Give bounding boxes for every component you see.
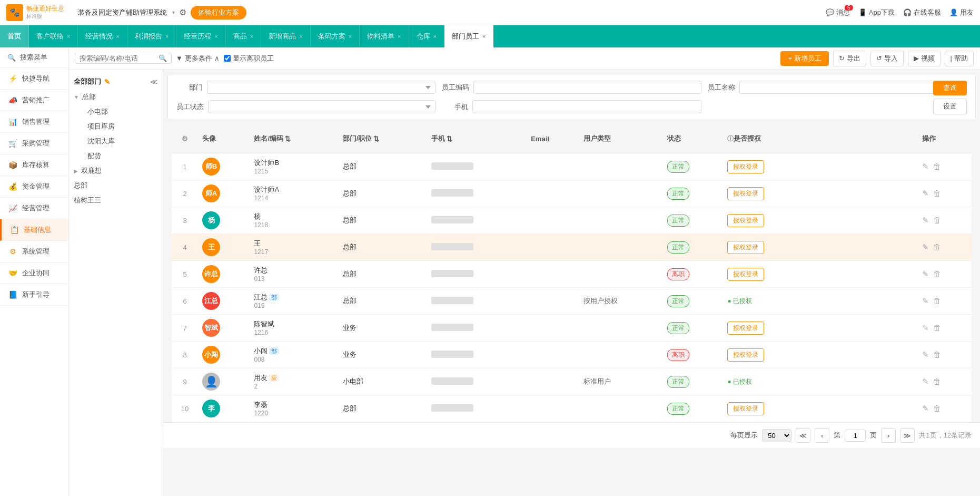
tab-home[interactable]: 首页 [0,25,29,47]
tab-add-goods[interactable]: 新增商品 × [261,25,310,47]
th-dept[interactable]: 部门/职位 ⇅ [339,124,427,153]
reset-button[interactable]: 设置 [933,99,967,114]
sidebar-item-sales[interactable]: 📊 销售管理 [0,111,68,133]
export-button[interactable]: ↻ 导出 [833,51,866,66]
edit-icon[interactable]: ✎ [922,404,929,413]
tree-item-zonbu2[interactable]: 总部 [68,178,163,193]
tab-dept-staff[interactable]: 部门员工 × [444,25,493,47]
delete-icon[interactable]: 🗑 [933,162,941,171]
delete-icon[interactable]: 🗑 [933,216,941,225]
sidebar-item-system[interactable]: ⚙ 系统管理 [0,241,68,262]
tab-profit[interactable]: 利润报告 × [127,25,176,47]
dept-collapse-icon[interactable]: ≪ [150,78,157,86]
tab-customer[interactable]: 客户联络 × [29,25,78,47]
tree-item-zhishu[interactable]: 植树王三 [68,193,163,208]
edit-icon[interactable]: ✎ [922,350,929,359]
tab-goods[interactable]: 商品 × [226,25,261,47]
tab-goods-close[interactable]: × [250,33,253,40]
view-button[interactable]: ▶ 视频 [908,51,941,66]
delete-icon[interactable]: 🗑 [933,269,941,279]
show-resigned-checkbox[interactable] [224,55,231,62]
sidebar-search[interactable]: 🔍 搜索菜单 [0,47,68,68]
sidebar-item-finance[interactable]: 💰 资金管理 [0,176,68,198]
search-input[interactable] [80,54,159,62]
th-name[interactable]: 姓名/编码 ⇅ [250,124,338,153]
sidebar-item-operations[interactable]: 📈 经营管理 [0,198,68,219]
sys-title-arrow[interactable]: ▾ [172,9,175,15]
th-setting[interactable]: ⚙ [172,124,198,153]
next-page-button[interactable]: › [881,428,896,443]
tab-bom-close[interactable]: × [398,33,401,40]
trial-button[interactable]: 体验行业方案 [191,6,246,20]
show-resigned-label[interactable]: 显示离职员工 [224,54,274,63]
tree-subitem-shenyang[interactable]: 沈阳大库 [68,134,163,149]
auth-button[interactable]: 授权登录 [727,241,764,254]
auth-button[interactable]: 授权登录 [727,187,764,200]
delete-icon[interactable]: 🗑 [933,377,941,386]
add-employee-button[interactable]: + 新增员工 [780,51,828,66]
page-input[interactable] [845,430,866,442]
delete-icon[interactable]: 🗑 [933,323,941,333]
sidebar-item-shortcut[interactable]: ⚡ 快捷导航 [0,68,68,90]
edit-icon[interactable]: ✎ [922,216,929,225]
tab-warehouse[interactable]: 仓库 × [409,25,444,47]
prev-page-button[interactable]: ‹ [815,428,829,443]
auth-button[interactable]: 授权登录 [727,160,764,173]
delete-icon[interactable]: 🗑 [933,189,941,198]
delete-icon[interactable]: 🗑 [933,350,941,359]
online-service-button[interactable]: 🎧 在线客服 [903,8,941,17]
phone-input[interactable] [472,100,701,113]
query-button[interactable]: 查询 [933,81,967,95]
sidebar-item-inventory[interactable]: 📦 库存核算 [0,154,68,176]
tree-subitem-peihuo[interactable]: 配货 [68,149,163,163]
app-download-button[interactable]: 📱 App下载 [858,8,895,17]
tab-barcode[interactable]: 条码方案 × [311,25,360,47]
setting-col-icon[interactable]: ⚙ [176,130,194,148]
delete-icon[interactable]: 🗑 [933,296,941,306]
emp-code-input[interactable] [473,81,701,94]
gear-button[interactable]: ⚙ [179,7,186,17]
tab-dept-staff-close[interactable]: × [482,33,486,40]
tab-profit-close[interactable]: × [165,33,169,40]
tree-item-zonbu[interactable]: ▼ 总部 [68,90,163,104]
tab-operations-close[interactable]: × [116,33,119,40]
sidebar-item-basic[interactable]: 📋 基础信息 [0,219,68,241]
last-page-button[interactable]: ≫ [900,428,915,443]
edit-icon[interactable]: ✎ [922,269,929,279]
page-size-select[interactable]: 50 20 100 [762,429,791,442]
edit-icon[interactable]: ✎ [922,323,929,333]
help-button[interactable]: | 帮助 [945,51,974,66]
auth-button[interactable]: 授权登录 [727,268,764,281]
tab-journey-close[interactable]: × [214,33,217,40]
import-button[interactable]: ↺ 导入 [870,51,904,66]
tree-item-shuanglu[interactable]: ▶ 双鹿想 [68,163,163,178]
edit-icon[interactable]: ✎ [922,242,929,252]
edit-icon[interactable]: ✎ [922,189,929,198]
more-filters-button[interactable]: ▼ 更多条件 ∧ [176,54,220,63]
emp-status-select[interactable] [208,100,435,113]
tab-operations[interactable]: 经营情况 × [78,25,127,47]
tab-bom[interactable]: 物料清单 × [360,25,409,47]
tab-journey[interactable]: 经营历程 × [176,25,225,47]
edit-icon[interactable]: ✎ [922,377,929,386]
delete-icon[interactable]: 🗑 [933,404,941,413]
auth-button[interactable]: 授权登录 [727,322,764,335]
dept-edit-icon[interactable]: ✎ [104,78,110,86]
dept-select[interactable] [207,81,435,94]
edit-icon[interactable]: ✎ [922,296,929,306]
auth-button[interactable]: 授权登录 [727,214,764,227]
tab-warehouse-close[interactable]: × [433,33,437,40]
sidebar-item-marketing[interactable]: 📣 营销推广 [0,90,68,111]
tab-barcode-close[interactable]: × [349,33,352,40]
auth-button[interactable]: 授权登录 [727,402,764,415]
user-profile-button[interactable]: 👤 用友 [949,8,974,17]
search-icon[interactable]: 🔍 [159,54,167,62]
first-page-button[interactable]: ≪ [796,428,810,443]
edit-icon[interactable]: ✎ [922,162,929,171]
sidebar-item-guide[interactable]: 📘 新手引导 [0,284,68,306]
delete-icon[interactable]: 🗑 [933,242,941,252]
sidebar-item-corp[interactable]: 🤝 企业协同 [0,262,68,284]
tab-add-goods-close[interactable]: × [299,33,302,40]
auth-button[interactable]: 授权登录 [727,348,764,362]
sidebar-item-purchase[interactable]: 🛒 采购管理 [0,133,68,154]
